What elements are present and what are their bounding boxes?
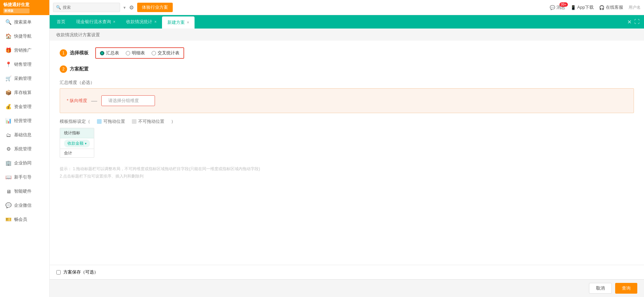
app-download[interactable]: 📱 App下载: [571, 4, 594, 10]
drag-box-blue: [97, 119, 102, 124]
tips-section: 提示： 1.拖动标题栏可以调整布局，不可跨维度或指标区域拖动栏目字段(只能在同一…: [60, 165, 634, 180]
dimension-section-label: 汇总维度（必选）: [60, 80, 634, 86]
dimension-row: * 纵向维度 — 请选择分组维度: [67, 95, 627, 106]
sidebar-label-system: 系统管理: [14, 146, 32, 152]
radio-detail[interactable]: 明细表: [126, 50, 145, 56]
sidebar-label-purchase: 采购管理: [14, 76, 32, 82]
close-tab-icon[interactable]: ✕: [627, 19, 632, 25]
sidebar-label-inventory: 库存核算: [14, 90, 32, 96]
sidebar-label-wechat: 企业微信: [14, 202, 32, 208]
non-draggable-indicator: 不可拖动位置: [132, 118, 164, 125]
sidebar-item-smart[interactable]: 🖥智能硬件: [0, 184, 49, 198]
sidebar-icon-marketing: 🎁: [5, 47, 11, 53]
industry-btn[interactable]: 体验行业方案: [137, 3, 173, 12]
sidebar-item-finance[interactable]: 💰资金管理: [0, 100, 49, 114]
save-checkbox[interactable]: [56, 270, 61, 275]
step1-row: 1 选择模板 汇总表 明细表 交叉统计表: [60, 47, 634, 59]
sidebar-item-inventory[interactable]: 📦库存核算: [0, 86, 49, 100]
radio-cross-label: 交叉统计表: [158, 50, 179, 56]
page-title-bar: 收款情况统计方案设置: [50, 29, 644, 41]
sidebar-logo-text: 畅捷通好生意: [3, 2, 30, 8]
sidebar-item-wechat[interactable]: 💬企业微信: [0, 198, 49, 212]
settings-icon[interactable]: ⚙: [129, 4, 134, 11]
sidebar-item-member[interactable]: 🎫畅会员: [0, 212, 49, 227]
sidebar-logo: 畅捷通好生意 标准版: [0, 0, 49, 15]
sidebar-item-quick-nav[interactable]: 🏠快捷导航: [0, 29, 49, 43]
online-service-label: 在线客服: [606, 4, 623, 10]
sidebar-label-operation: 经营管理: [14, 118, 32, 124]
dimension-area: * 纵向维度 — 请选择分组维度: [60, 88, 634, 113]
radio-summary[interactable]: 汇总表: [100, 50, 119, 56]
dimension-select[interactable]: 请选择分组维度: [101, 95, 155, 106]
sidebar-icon-system: ⚙: [5, 146, 11, 152]
radio-detail-label: 明细表: [132, 50, 145, 56]
sidebar-item-system[interactable]: ⚙系统管理: [0, 142, 49, 156]
draggable-label: 可拖动位置: [103, 118, 125, 125]
metric-chevron-icon: ▾: [85, 142, 87, 145]
non-draggable-label: 不可拖动位置: [138, 118, 164, 125]
sidebar-label-marketing: 营销推广: [14, 47, 32, 53]
app-download-label: App下载: [577, 4, 594, 10]
sidebar-label-finance: 资金管理: [14, 104, 32, 110]
tab-collection-stats[interactable]: 收款情况统计 ×: [121, 15, 162, 29]
sidebar-icon-smart: 🖥: [5, 189, 11, 194]
stats-section-label: 统计指标: [60, 128, 94, 138]
expand-icon[interactable]: ⛶: [634, 19, 640, 25]
metric-tag[interactable]: 收款金额 ▾: [64, 140, 90, 147]
sidebar-item-search[interactable]: 🔍搜索菜单: [0, 15, 49, 29]
sidebar-item-purchase[interactable]: 🛒采购管理: [0, 71, 49, 86]
radio-summary-input[interactable]: [100, 51, 104, 55]
stats-table-row: 收款金额 ▾: [60, 138, 94, 149]
topbar-right: 💬 消息 99+ 📱 App下载 🎧 在线客服 用户名: [550, 4, 641, 10]
radio-cross-input[interactable]: [152, 51, 156, 55]
sidebar-label-search: 搜索菜单: [14, 19, 32, 25]
sidebar: 畅捷通好生意 标准版 🔍搜索菜单🏠快捷导航🎁营销推广📍销售管理🛒采购管理📦库存核…: [0, 0, 50, 297]
sum-row-label: 合计: [64, 151, 72, 155]
vertical-dim-label: * 纵向维度: [67, 98, 87, 104]
radio-cross[interactable]: 交叉统计表: [152, 50, 179, 56]
tab-label-collection-stats: 收款情况统计: [126, 19, 152, 25]
step2-label: 方案配置: [70, 66, 89, 72]
sidebar-label-newbie: 新手引导: [14, 174, 32, 180]
sidebar-item-marketing[interactable]: 🎁营销推广: [0, 43, 49, 57]
draggable-indicator: 可拖动位置: [97, 118, 125, 125]
tab-new-plan[interactable]: 新建方案 ×: [162, 16, 195, 29]
sidebar-item-sales[interactable]: 📍销售管理: [0, 57, 49, 71]
sidebar-icon-purchase: 🛒: [5, 76, 11, 82]
sidebar-icon-newbie: 📖: [5, 174, 11, 180]
query-button[interactable]: 查询: [615, 283, 637, 294]
tip1: 提示： 1.拖动标题栏可以调整布局，不可跨维度或指标区域拖动栏目字段(只能在同一…: [60, 165, 634, 173]
sidebar-label-smart: 智能硬件: [14, 188, 32, 194]
sidebar-label-quick-nav: 快捷导航: [14, 33, 32, 39]
bottom-save-section: 方案保存（可选）: [50, 265, 644, 279]
message-badge[interactable]: 💬 消息 99+: [550, 4, 565, 10]
sidebar-item-basic[interactable]: 🗂基础信息: [0, 128, 49, 142]
radio-detail-input[interactable]: [126, 51, 130, 55]
drag-box-gray: [132, 119, 137, 124]
tab-close-collection-stats[interactable]: ×: [154, 19, 157, 24]
online-service[interactable]: 🎧 在线客服: [599, 4, 623, 10]
tab-home[interactable]: 首页: [51, 15, 71, 29]
sidebar-item-newbie[interactable]: 📖新手引导: [0, 170, 49, 184]
footer-bar: 取消 查询: [50, 279, 644, 297]
dimension-arrow-icon: —: [91, 97, 97, 104]
step1-label: 选择模板: [70, 50, 89, 56]
tab-bank-flow[interactable]: 现金银行流水查询 ×: [71, 15, 121, 29]
sidebar-icon-corp: 🏢: [5, 160, 11, 166]
step2-row: 2 方案配置: [60, 65, 634, 73]
form-section: 1 选择模板 汇总表 明细表 交叉统计表: [50, 41, 644, 265]
tab-close-new-plan[interactable]: ×: [187, 20, 189, 25]
search-input[interactable]: [63, 5, 117, 10]
stats-table-area: 统计指标 收款金额 ▾ 合计: [60, 128, 94, 158]
sidebar-item-corp[interactable]: 🏢企业协同: [0, 156, 49, 170]
sidebar-icon-wechat: 💬: [5, 202, 11, 208]
tab-close-bank-flow[interactable]: ×: [113, 19, 115, 24]
sidebar-icon-finance: 💰: [5, 104, 11, 110]
sidebar-item-operation[interactable]: 📊经营管理: [0, 114, 49, 128]
search-chevron-icon[interactable]: ▾: [123, 5, 126, 10]
tabbar-actions: ✕ ⛶: [627, 19, 642, 25]
sidebar-icon-operation: 📊: [5, 118, 11, 124]
search-box[interactable]: 🔍: [53, 3, 120, 12]
sidebar-version-tag: 标准版: [3, 8, 30, 13]
cancel-button[interactable]: 取消: [589, 283, 612, 294]
